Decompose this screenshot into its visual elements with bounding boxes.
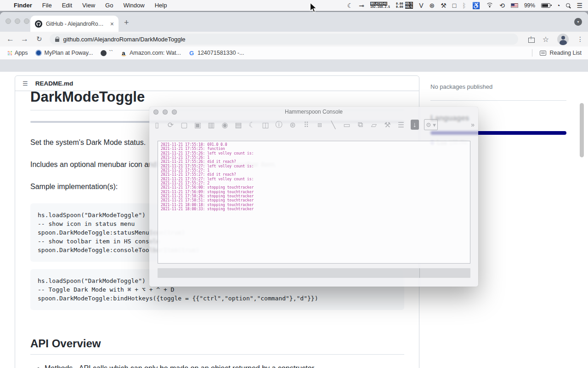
back-button[interactable]: ←: [6, 34, 14, 44]
console-log-line: 2021-11-21 18:00:33: stopping touchtrack…: [161, 207, 470, 211]
trash-icon[interactable]: ▥: [207, 120, 215, 130]
dark-mode-moon-icon[interactable]: ☾: [248, 120, 256, 130]
bookmarks-bar: Apps MyPlan at Poway... `` a Amazon.com:…: [0, 46, 588, 60]
minimize-window-button[interactable]: [15, 18, 20, 24]
reading-list-icon: [540, 51, 546, 56]
gauge-menu-icon[interactable]: ◔: [556, 2, 560, 9]
time-machine-menu-icon[interactable]: ⟲: [499, 2, 505, 9]
console-close-button[interactable]: [153, 109, 158, 115]
hammerspoon-console-window[interactable]: Hammerspoon Console ▯⟳▢▣▥◉▤☾◫ⓘ⊛⠿⧈╲▭⧉▱⚒☰↓…: [149, 107, 478, 287]
bookmarks-divider: [532, 49, 532, 57]
reload-button[interactable]: ↻: [36, 35, 42, 43]
window-icon[interactable]: ▭: [343, 120, 351, 130]
profile-avatar[interactable]: [557, 34, 569, 45]
close-window-button[interactable]: [6, 18, 11, 24]
info-icon[interactable]: ⓘ: [275, 120, 283, 130]
menubar-item[interactable]: Help: [155, 2, 167, 9]
menubar-status-area: ☾ ⊸ BELKIN54G192.168.2.5 0.00 KB/S0.00 K…: [347, 2, 588, 9]
console-log-line: 2021-11-21 17:55:27: 1: [161, 168, 470, 172]
console-log-line: 2021-11-21 17:55:27: left volley count i…: [161, 177, 470, 181]
toolbar-overflow-chevron[interactable]: »: [471, 121, 475, 128]
browser-tab[interactable]: GitHub - AlejandroRoman/Dark ×: [30, 16, 119, 32]
gear-dropdown-icon[interactable]: ⚙ ▾: [424, 119, 438, 130]
url-text: github.com/AlejandroRoman/DarkModeToggle: [63, 36, 186, 43]
browser-toolbar: ← → ↻ github.com/AlejandroRoman/DarkMode…: [0, 32, 588, 46]
menubar-menus: FinderFileEditViewGoWindowHelp: [14, 2, 167, 9]
copy-icon[interactable]: ⧉: [356, 120, 365, 130]
hammerspoon-menu-icon[interactable]: ⚒: [441, 2, 447, 9]
document-icon[interactable]: ▢: [180, 120, 188, 130]
sidebar-divider: [430, 100, 566, 101]
tab-close-icon[interactable]: ×: [110, 20, 114, 28]
wifi-menu-icon[interactable]: [486, 3, 493, 8]
menubar-item[interactable]: Window: [123, 2, 144, 9]
console-log-line: 2021-11-21 17:55:27: left volley count i…: [161, 164, 470, 168]
accessibility-menu-icon[interactable]: ♿: [472, 2, 480, 9]
bookmark-google[interactable]: G 124071581330 -...: [188, 50, 244, 56]
photos-icon[interactable]: ▣: [194, 120, 202, 130]
v-app-menu-icon[interactable]: V: [419, 2, 423, 9]
doors-icon[interactable]: ◫: [261, 120, 270, 130]
menubar-item[interactable]: View: [82, 2, 95, 9]
ssl-lock-icon[interactable]: [55, 37, 59, 42]
network-speed-indicator[interactable]: 0.00 KB/S0.00 KB/S: [396, 2, 413, 9]
spotlight-search-icon[interactable]: [566, 3, 571, 8]
bookmark-apps[interactable]: Apps: [7, 50, 28, 56]
forward-button[interactable]: →: [21, 34, 28, 44]
console-toolbar: ▯⟳▢▣▥◉▤☾◫ⓘ⊛⠿⧈╲▭⧉▱⚒☰↓⚙ ▾ »: [149, 117, 478, 132]
tab-search-button[interactable]: ▼: [574, 18, 582, 26]
new-tab-button[interactable]: +: [124, 18, 129, 28]
console-log-line: 2021-11-21 17:55:27: 2: [161, 181, 470, 185]
console-log-area[interactable]: 2021-11-21 17:55:18: 691.0 0.02021-11-21…: [158, 141, 470, 264]
tab-strip: GitHub - AlejandroRoman/Dark × + ▼: [0, 12, 588, 32]
inbox-download-icon[interactable]: ↓: [411, 120, 419, 130]
keyboard-layout-flag-icon[interactable]: [511, 3, 518, 8]
console-window-title: Hammerspoon Console: [149, 107, 478, 117]
bookmark-favicon: [35, 50, 42, 56]
menubar-item[interactable]: Go: [105, 2, 113, 9]
menubar-item[interactable]: Finder: [14, 2, 32, 9]
folder-icon[interactable]: ▱: [370, 120, 378, 130]
console-zoom-button[interactable]: [172, 109, 177, 115]
table-of-contents-icon[interactable]: ☰: [23, 80, 28, 87]
bookmark-favicon: G: [188, 50, 195, 56]
share-icon[interactable]: [528, 36, 534, 43]
console-log-line: 2021-11-21 17:58:26: stopping touchtrack…: [161, 194, 470, 198]
address-bar[interactable]: github.com/AlejandroRoman/DarkModeToggle: [50, 34, 518, 45]
console-minimize-button[interactable]: [163, 109, 168, 115]
menubar-item[interactable]: Edit: [62, 2, 72, 9]
reading-list-button[interactable]: Reading List: [550, 50, 582, 56]
eye-icon[interactable]: ◉: [221, 120, 229, 130]
bookmark-globe[interactable]: ``: [101, 50, 113, 56]
rectangle-app-menu-icon[interactable]: □: [452, 2, 456, 9]
network-name-indicator[interactable]: BELKIN54G192.168.2.5: [370, 2, 390, 9]
sliders-icon[interactable]: ☰: [397, 120, 405, 130]
bookmark-star-icon[interactable]: ☆: [543, 35, 549, 44]
menubar-item[interactable]: File: [42, 2, 52, 9]
dark-mode-menu-icon[interactable]: ☾: [347, 2, 353, 9]
toggle-icon[interactable]: ▯: [153, 120, 161, 130]
bluetooth-menu-icon[interactable]: ᛒ: [462, 2, 466, 9]
tools-icon[interactable]: ⚒: [384, 120, 392, 130]
api-overview-heading: API Overview: [30, 337, 404, 355]
console-titlebar[interactable]: Hammerspoon Console: [149, 107, 478, 117]
bookmark-favicon: a: [120, 50, 127, 56]
console-list-icon[interactable]: ▤: [234, 120, 243, 130]
page-scrollbar-thumb[interactable]: [580, 103, 584, 157]
menu-dots-icon[interactable]: ⋮: [577, 35, 583, 43]
asterisk-icon[interactable]: ⊛: [288, 120, 297, 130]
asterisk-app-menu-icon[interactable]: ⊛: [430, 2, 435, 9]
battery-icon[interactable]: [541, 3, 550, 8]
console-input-field[interactable]: [158, 268, 470, 278]
console-log-line: 2021-11-21 17:55:26: 1: [161, 155, 470, 160]
grid-icon[interactable]: ⠿: [302, 120, 311, 130]
reload-icon[interactable]: ⟳: [167, 120, 175, 130]
spoon-icon[interactable]: ╲: [329, 120, 338, 130]
console-log-line: 2021-11-21 17:58:51: stopping touchtrack…: [161, 198, 470, 202]
frame-icon[interactable]: ⧈: [316, 120, 324, 130]
bookmark-myplan[interactable]: MyPlan at Poway...: [35, 50, 93, 56]
zoom-window-button[interactable]: [24, 18, 29, 24]
bookmark-amazon[interactable]: a Amazon.com: Wat...: [120, 50, 181, 56]
notification-center-icon[interactable]: ☰: [577, 2, 582, 9]
tablet-connector-icon[interactable]: ⊸: [359, 2, 364, 9]
